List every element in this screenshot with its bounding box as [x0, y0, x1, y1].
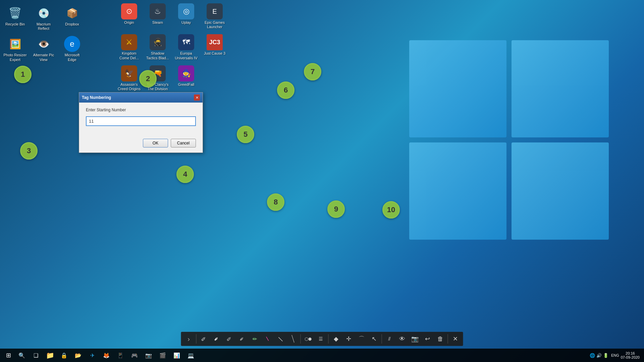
taskbar-items: 🔍 ❑ 📁 🔒 📂 ✈ 🦊 📱 🎮 📷 🎬 📊 💻	[15, 349, 590, 361]
network-icon[interactable]: 🌐	[590, 353, 595, 358]
taskbar-clock[interactable]: 20:16 07-09-2020	[621, 351, 640, 359]
icon-dropbox[interactable]: 📦 Dropbox	[59, 3, 86, 33]
dialog-titlebar: Tag Numbering ✕	[79, 93, 203, 103]
starting-number-input[interactable]	[86, 116, 196, 126]
taskbar-app4[interactable]: 🎮	[128, 349, 141, 361]
dialog-body: Enter Starting Number	[79, 103, 203, 136]
icon-just-cause[interactable]: JC3 Just Cause 3	[201, 33, 228, 62]
icon-steam[interactable]: ♨ Steam	[144, 2, 171, 31]
toolbar-undo-btn[interactable]: ↩	[422, 333, 434, 345]
icon-edge[interactable]: e Microsoft Edge	[59, 34, 86, 63]
taskbar-app2[interactable]: 📂	[71, 349, 85, 361]
taskbar-app6[interactable]: 🎬	[156, 349, 169, 361]
icon-recycle-bin[interactable]: 🗑️ Recycle Bin	[2, 3, 29, 33]
toolbar-sep4	[382, 334, 382, 344]
dialog-ok-button[interactable]: OK	[143, 139, 168, 147]
sys-tray-icons: 🌐 🔊 🔋 ENG	[590, 353, 619, 358]
dialog-title: Tag Numbering	[82, 95, 111, 100]
taskbar-cortana[interactable]: 🔍	[15, 349, 29, 361]
number-circle-4: 4	[176, 166, 194, 183]
battery-icon[interactable]: 🔋	[603, 353, 608, 358]
icon-assassins-creed[interactable]: 🦅 Assassin's Creed Origins	[116, 64, 143, 93]
toolbar-rulerpen-btn[interactable]: ╱	[284, 330, 302, 348]
icon-epic[interactable]: Ε Epic Games Launcher	[201, 2, 228, 31]
clock-time: 20:16	[626, 351, 635, 355]
number-circle-10: 10	[382, 201, 400, 219]
desktop-icons-left: 🗑️ Recycle Bin 💿 Macrium Reflect 📦 Dropb…	[2, 3, 86, 64]
taskbar-task-view[interactable]: ❑	[29, 349, 43, 361]
toolbar-shapes-btn[interactable]: ⬡⬤	[302, 333, 314, 345]
taskbar-system-tray: 🌐 🔊 🔋 ENG 20:16 07-09-2020	[590, 351, 642, 359]
icon-photo-resizer[interactable]: 🖼️ Photo Resizer Expert	[2, 34, 29, 63]
icon-shadow-tactics[interactable]: 🥷 Shadow Tactics Blad...	[144, 33, 171, 62]
language-indicator[interactable]: ENG	[611, 353, 619, 357]
taskbar-app8[interactable]: 💻	[184, 349, 198, 361]
toolbar-sep5	[448, 334, 448, 344]
tag-numbering-dialog: Tag Numbering ✕ Enter Starting Number OK…	[79, 92, 203, 153]
taskbar-file-explorer[interactable]: 📁	[43, 349, 57, 361]
dialog-buttons: OK Cancel	[79, 136, 203, 153]
number-circle-8: 8	[267, 193, 284, 211]
toolbar-list-btn[interactable]: ☰	[315, 333, 327, 345]
icon-kingdom-come[interactable]: ⚔ Kingdom Come Del...	[116, 33, 143, 62]
toolbar-eye-btn[interactable]: 👁	[396, 333, 408, 345]
toolbar-curve-btn[interactable]: ⌒	[356, 333, 368, 345]
number-circle-6: 6	[277, 81, 294, 99]
number-circle-9: 9	[327, 200, 345, 218]
drawing-toolbar: › ✏ ✒ ✏ ✒ ✏ / | ╱ ⬡⬤ ☰ ◆ ✛ ⌒ ↖ // 👁 📷 ↩ …	[181, 332, 463, 346]
toolbar-sep3	[328, 334, 329, 344]
toolbar-pen4-btn[interactable]: ✒	[233, 330, 251, 348]
icon-europa[interactable]: 🗺 Europa Universalis IV	[173, 33, 200, 62]
clock-date: 07-09-2020	[621, 355, 640, 359]
toolbar-select-btn[interactable]: ↖	[368, 333, 380, 345]
start-button[interactable]: ⊞	[2, 349, 15, 361]
taskbar-app3[interactable]: 📱	[114, 349, 127, 361]
desktop: 🗑️ Recycle Bin 💿 Macrium Reflect 📦 Dropb…	[0, 0, 644, 362]
toolbar-lines-btn[interactable]: //	[383, 333, 395, 345]
icon-origin[interactable]: ⊙ Origin	[116, 2, 143, 31]
toolbar-arrow-btn[interactable]: ›	[183, 333, 195, 345]
dialog-close-button[interactable]: ✕	[194, 95, 200, 101]
toolbar-fill-btn[interactable]: ◆	[330, 333, 342, 345]
number-circle-5: 5	[237, 126, 254, 143]
taskbar-browser[interactable]: 🦊	[100, 349, 113, 361]
game-icons-area: ⊙ Origin ♨ Steam ◎ Uplay Ε Epic Games La…	[116, 2, 228, 93]
number-circle-1: 1	[14, 66, 32, 83]
taskbar: ⊞ 🔍 ❑ 📁 🔒 📂 ✈ 🦊 📱 🎮 📷 🎬 📊 💻 🌐 🔊 🔋	[0, 349, 644, 362]
number-circle-3: 3	[20, 142, 38, 160]
taskbar-telegram[interactable]: ✈	[86, 349, 99, 361]
icon-alt-pic-view[interactable]: 👁️ Alternate Pic View	[30, 34, 57, 63]
taskbar-app7[interactable]: 📊	[170, 349, 183, 361]
icon-uplay[interactable]: ◎ Uplay	[173, 2, 200, 31]
taskbar-lock[interactable]: 🔒	[57, 349, 71, 361]
number-circle-7: 7	[304, 63, 321, 80]
taskbar-app5[interactable]: 📷	[142, 349, 155, 361]
toolbar-camera-btn[interactable]: 📷	[409, 333, 421, 345]
volume-icon[interactable]: 🔊	[596, 353, 602, 358]
icon-macrium[interactable]: 💿 Macrium Reflect	[30, 3, 57, 33]
dialog-input-label: Enter Starting Number	[86, 108, 196, 112]
number-circle-2: 2	[139, 70, 157, 87]
dialog-cancel-button[interactable]: Cancel	[171, 139, 196, 147]
icon-greedfall[interactable]: 🧙 GreedFall	[173, 64, 200, 93]
toolbar-move-btn[interactable]: ✛	[343, 333, 355, 345]
toolbar-close-btn[interactable]: ✕	[449, 333, 462, 345]
toolbar-delete-btn[interactable]: 🗑	[434, 333, 446, 345]
windows-logo-bg	[409, 40, 617, 248]
